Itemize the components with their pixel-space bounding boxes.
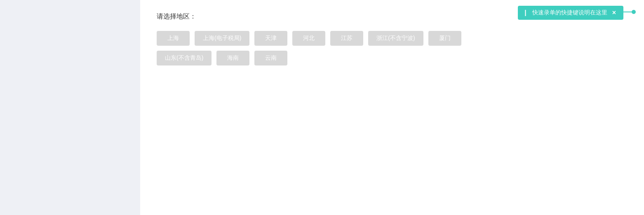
region-btn-shandong[interactable]: 山东(不含青岛): [157, 51, 212, 65]
main-content: 请选择地区： 上海上海(电子税局)天津河北江苏浙江(不含宁波)厦门 山东(不含青…: [140, 0, 644, 215]
region-btn-shanghai[interactable]: 上海: [157, 31, 190, 46]
tooltip-banner: 快速录单的快捷键说明在这里 ×: [518, 6, 623, 20]
tooltip-line: [623, 12, 632, 12]
region-row-1: 上海上海(电子税局)天津河北江苏浙江(不含宁波)厦门: [157, 31, 628, 46]
region-btn-hainan[interactable]: 海南: [216, 51, 249, 65]
left-sidebar: [0, 0, 140, 215]
tooltip-close-button[interactable]: ×: [611, 9, 617, 16]
region-btn-hebei[interactable]: 河北: [292, 31, 325, 46]
region-btn-zhejiang[interactable]: 浙江(不含宁波): [368, 31, 423, 46]
tooltip-dot: [632, 10, 636, 14]
region-btn-shanghai-etax[interactable]: 上海(电子税局): [195, 31, 249, 46]
region-btn-yunnan[interactable]: 云南: [254, 51, 287, 65]
tooltip-text: 快速录单的快捷键说明在这里: [532, 9, 607, 16]
region-btn-xiamen[interactable]: 厦门: [428, 31, 461, 46]
region-row-2: 山东(不含青岛)海南云南: [157, 51, 628, 65]
region-btn-jiangsu[interactable]: 江苏: [330, 31, 363, 46]
region-btn-tianjin[interactable]: 天津: [254, 31, 287, 46]
